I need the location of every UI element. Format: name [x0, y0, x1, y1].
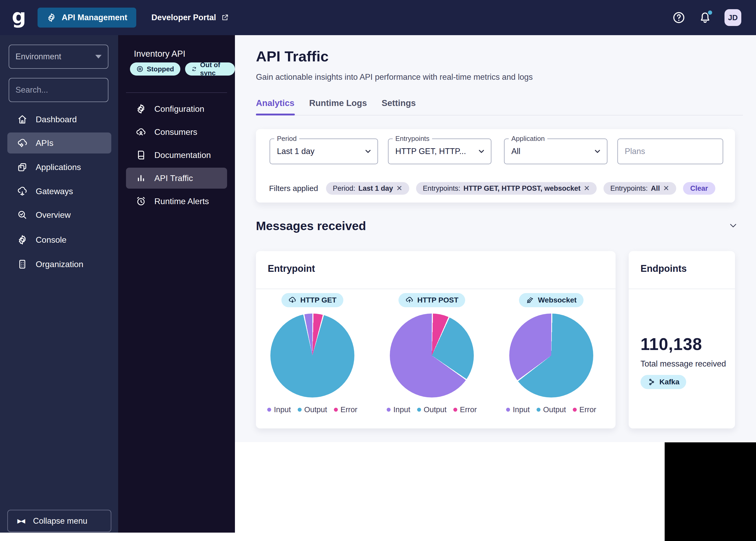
- api-management-button[interactable]: API Management: [38, 8, 136, 28]
- stop-circle-icon: [136, 65, 144, 73]
- sidebar-item-applications[interactable]: Applications: [7, 157, 111, 178]
- api-sidebar-item-label: API Traffic: [154, 174, 193, 183]
- filter-chip-period[interactable]: Period: Last 1 day ✕: [326, 182, 409, 195]
- filters-applied-label: Filters applied: [269, 184, 318, 193]
- http-post-chip-label: HTTP POST: [417, 296, 459, 304]
- api-status-badges: Stopped Out of sync: [130, 62, 235, 76]
- alarm-clock-icon: [135, 196, 146, 207]
- legend-dot: [573, 408, 577, 412]
- notifications-bell-icon[interactable]: [698, 11, 712, 24]
- cloud-node-icon: [17, 186, 28, 197]
- kafka-icon: [647, 378, 656, 386]
- legend-label: Output: [543, 405, 566, 414]
- collapse-icon: ▶◀: [17, 518, 24, 524]
- filter-chip-entrypoints-all[interactable]: Entrypoints: All ✕: [603, 182, 676, 195]
- api-sidebar-item-consumers[interactable]: Consumers: [126, 122, 227, 143]
- tab-runtime-logs[interactable]: Runtime Logs: [309, 98, 367, 108]
- help-icon[interactable]: [672, 11, 686, 24]
- sidebar-item-label: Organization: [36, 260, 83, 269]
- close-icon[interactable]: ✕: [396, 185, 402, 192]
- api-sidebar-item-label: Configuration: [154, 104, 204, 114]
- legend-dot: [267, 408, 271, 412]
- environment-select[interactable]: Environment: [9, 45, 108, 69]
- developer-portal-link[interactable]: Developer Portal: [151, 13, 229, 22]
- bar-chart-icon: [135, 173, 146, 184]
- application-select-value: All: [511, 147, 520, 156]
- collapse-menu-button[interactable]: ▶◀ Collapse menu: [7, 510, 111, 532]
- api-sidebar-item-label: Documentation: [154, 150, 211, 160]
- kafka-chip: Kafka: [641, 375, 686, 389]
- api-sidebar-item-documentation[interactable]: Documentation: [126, 145, 227, 166]
- developer-portal-label: Developer Portal: [151, 13, 216, 22]
- kafka-chip-label: Kafka: [659, 378, 679, 386]
- http-get-chip-label: HTTP GET: [300, 296, 337, 304]
- period-select[interactable]: Period Last 1 day: [270, 139, 378, 164]
- filter-chip-value: HTTP GET, HTTP POST, websocket: [463, 185, 580, 193]
- page-subtitle: Gain actionable insights into API perfor…: [256, 72, 533, 82]
- sidebar-item-organization[interactable]: Organization: [7, 254, 111, 275]
- period-select-label: Period: [274, 135, 299, 143]
- application-select[interactable]: Application All: [504, 139, 607, 164]
- endpoints-card-title: Endpoints: [641, 263, 687, 274]
- page-title: API Traffic: [256, 48, 329, 65]
- total-messages-value: 110,138: [641, 334, 702, 354]
- legend-label: Error: [340, 405, 357, 414]
- tab-settings[interactable]: Settings: [382, 98, 416, 108]
- tab-analytics[interactable]: Analytics: [256, 98, 295, 108]
- divider: [256, 288, 616, 289]
- sidebar-item-label: Applications: [36, 163, 81, 172]
- main-content: API Traffic Gain actionable insights int…: [235, 35, 756, 442]
- search-input[interactable]: [15, 85, 120, 95]
- clear-filters-button[interactable]: Clear: [683, 182, 716, 195]
- sidebar-item-dashboard[interactable]: Dashboard: [7, 109, 111, 130]
- gear-icon: [135, 103, 146, 114]
- sidebar-item-label: APIs: [36, 138, 54, 148]
- pie-legend: Input Output Error: [260, 405, 365, 414]
- legend-dot: [453, 408, 457, 412]
- book-icon: [135, 150, 146, 161]
- legend-label: Error: [579, 405, 596, 414]
- websocket-chip: Websocket: [519, 293, 583, 307]
- building-icon: [17, 259, 28, 270]
- chevron-down-icon: [477, 147, 486, 156]
- chevron-down-icon: [593, 147, 602, 156]
- api-sidebar-item-api-traffic[interactable]: API Traffic: [126, 168, 227, 189]
- filter-chip-prefix: Entrypoints:: [610, 185, 648, 193]
- plans-field[interactable]: Plans: [617, 139, 723, 164]
- legend-label: Output: [304, 405, 327, 414]
- legend-item-output: Output: [298, 405, 327, 414]
- api-sidebar-item-runtime-alerts[interactable]: Runtime Alerts: [126, 191, 227, 212]
- filter-chip-prefix: Entrypoints:: [423, 185, 460, 193]
- filter-chip-value: All: [651, 185, 660, 193]
- status-badge-out-of-sync: Out of sync: [185, 62, 235, 76]
- chevron-down-icon: [364, 147, 372, 156]
- legend-dot: [298, 408, 302, 412]
- close-icon[interactable]: ✕: [663, 185, 669, 192]
- collapse-section-chevron-icon[interactable]: [728, 221, 738, 231]
- sidebar-item-overview[interactable]: Overview: [7, 205, 111, 226]
- entrypoint-card: Entrypoint HTTP GET Input Output Error: [256, 251, 616, 428]
- total-messages-caption: Total message received: [641, 359, 726, 369]
- filter-chip-entrypoints[interactable]: Entrypoints: HTTP GET, HTTP POST, websoc…: [416, 182, 597, 195]
- legend-item-output: Output: [537, 405, 566, 414]
- sidebar-item-apis[interactable]: APIs: [7, 133, 111, 154]
- close-icon[interactable]: ✕: [584, 185, 590, 192]
- filter-chip-prefix: Period:: [333, 185, 355, 193]
- entrypoint-card-title: Entrypoint: [268, 263, 315, 274]
- external-link-icon: [221, 13, 229, 22]
- sidebar-item-console[interactable]: Console: [7, 229, 111, 250]
- divider: [126, 92, 227, 93]
- legend-item-error: Error: [573, 405, 596, 414]
- notification-dot: [707, 10, 713, 15]
- legend-dot: [417, 408, 421, 412]
- user-avatar[interactable]: JD: [725, 9, 741, 26]
- environment-select-label: Environment: [15, 52, 95, 61]
- legend-dot: [334, 408, 338, 412]
- entrypoints-select-value: HTTP GET, HTTP...: [395, 147, 466, 156]
- gravitee-logo[interactable]: g: [12, 7, 30, 27]
- entrypoints-select[interactable]: Entrypoints HTTP GET, HTTP...: [388, 139, 491, 164]
- http-get-chip: HTTP GET: [281, 293, 343, 307]
- api-sidebar-item-configuration[interactable]: Configuration: [126, 98, 227, 119]
- sidebar-item-gateways[interactable]: Gateways: [7, 181, 111, 202]
- gear-icon: [17, 234, 28, 245]
